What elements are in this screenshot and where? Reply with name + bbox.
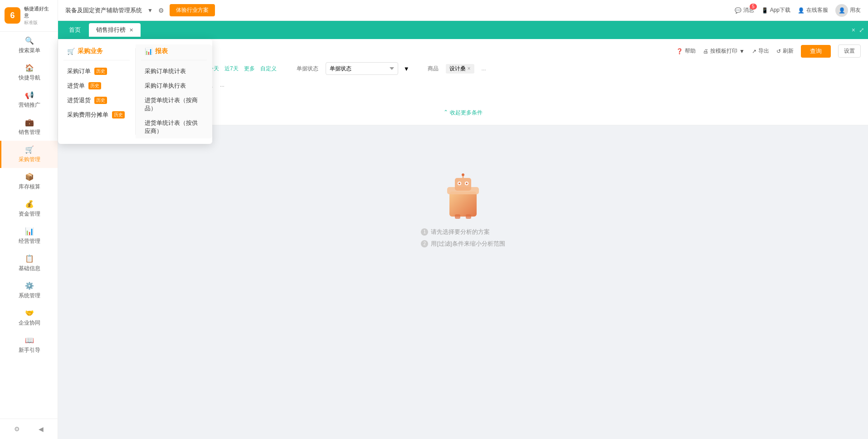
menu-item-purchase-order-exec[interactable]: 采购订单执行表 bbox=[141, 79, 207, 93]
tab-bar-right: × ⤢ bbox=[852, 26, 864, 34]
messages-btn[interactable]: 💬 消息 5 bbox=[735, 6, 754, 14]
sidebar-item-sales[interactable]: 💼 销售管理 bbox=[0, 113, 58, 141]
menu-columns: 🛒 采购业务 采购订单 历史 进货单 历史 进货退货 历史 采购费用分摊单 bbox=[58, 44, 212, 138]
tab-sales-rank[interactable]: 销售排行榜 ✕ bbox=[89, 23, 141, 37]
menu-item-expense[interactable]: 采购费用分摊单 历史 bbox=[63, 108, 130, 122]
sidebar-label-base-info: 基础信息 bbox=[19, 265, 40, 272]
sidebar-item-operations[interactable]: 📊 经营管理 bbox=[0, 222, 58, 250]
menu-col-report: 📊 报表 采购订单统计表 采购订单执行表 进货单统计表（按商品） 进货单统计表（… bbox=[136, 44, 213, 138]
sidebar-item-quick-nav[interactable]: 🏠 快捷导航 bbox=[0, 59, 58, 86]
sidebar-bottom: ⚙ ◀ bbox=[0, 419, 58, 439]
sidebar-nav: 🔍 搜索菜单 🏠 快捷导航 📢 营销推广 💼 销售管理 🛒 采购管理 📦 bbox=[0, 32, 58, 419]
query-button[interactable]: 查询 bbox=[801, 45, 831, 58]
sales-icon: 💼 bbox=[25, 118, 34, 127]
sidebar-label-guide: 新手引导 bbox=[19, 346, 40, 354]
purchase-icon: 🛒 bbox=[25, 145, 34, 154]
sidebar-logo: 6 畅捷通好生意 标准版 bbox=[0, 0, 58, 32]
refresh-btn[interactable]: ↺ 刷新 bbox=[776, 47, 794, 55]
date-shortcuts: 今天 近7天 更多 自定义 bbox=[206, 64, 278, 74]
export-btn[interactable]: ↗ 导出 bbox=[752, 47, 769, 55]
header-dropdown-btn[interactable]: ▼ bbox=[147, 7, 153, 14]
menu-report-title: 📊 报表 bbox=[141, 44, 207, 60]
svg-point-6 bbox=[458, 183, 460, 184]
sidebar-item-guide[interactable]: 📖 新手引导 bbox=[0, 331, 58, 359]
app-download-label: App下载 bbox=[770, 6, 790, 14]
shortcut-more[interactable]: 更多 bbox=[242, 64, 257, 74]
industry-button[interactable]: 体验行业方案 bbox=[170, 4, 215, 16]
system-icon: ⚙️ bbox=[25, 281, 34, 290]
sidebar-label-operations: 经营管理 bbox=[19, 237, 40, 245]
export-label: 导出 bbox=[758, 47, 769, 55]
history-badge-4: 历史 bbox=[112, 111, 125, 118]
sidebar-item-finance[interactable]: 💰 资金管理 bbox=[0, 195, 58, 222]
menu-item-purchase-order-stat[interactable]: 采购订单统计表 bbox=[141, 64, 207, 79]
dropdown-menu: 🛒 采购业务 采购订单 历史 进货单 历史 进货退货 历史 采购费用分摊单 bbox=[58, 39, 212, 144]
goods-more[interactable]: ... bbox=[482, 65, 486, 72]
help-btn[interactable]: ❓ 帮助 bbox=[676, 47, 696, 55]
avatar: 👤 bbox=[835, 4, 848, 17]
menu-item-label-purchase-order-stat: 采购订单统计表 bbox=[145, 67, 186, 75]
hint-text-1: 请先选择要分析的方案 bbox=[431, 226, 490, 238]
collapse-up-icon: ⌃ bbox=[444, 109, 448, 117]
logo-icon: 6 bbox=[5, 7, 20, 24]
history-badge-3: 历史 bbox=[94, 97, 107, 104]
sidebar-item-search[interactable]: 🔍 搜索菜单 bbox=[0, 32, 58, 59]
tab-close-btn[interactable]: ✕ bbox=[129, 27, 133, 33]
menu-item-incoming-stat-supplier[interactable]: 进货单统计表（按供应商） bbox=[141, 116, 207, 138]
menu-item-label-expense: 采购费用分摊单 bbox=[67, 111, 108, 119]
tab-bar: 首页 销售排行榜 ✕ × ⤢ bbox=[58, 21, 868, 39]
header-settings-icon[interactable]: ⚙ bbox=[158, 7, 164, 14]
menu-item-incoming[interactable]: 进货单 历史 bbox=[63, 79, 130, 93]
settings-button[interactable]: 设置 bbox=[838, 44, 861, 58]
online-service-btn[interactable]: 👤 在线客服 bbox=[798, 6, 828, 14]
goods-tag-close[interactable]: × bbox=[468, 65, 471, 72]
shortcut-7days[interactable]: 近7天 bbox=[223, 64, 240, 74]
sidebar-collapse-btn[interactable]: ◀ bbox=[37, 424, 45, 434]
menu-item-label-incoming: 进货单 bbox=[67, 82, 85, 90]
sidebar-label-enterprise: 企业协同 bbox=[19, 319, 40, 327]
service-icon: 👤 bbox=[798, 7, 805, 14]
svg-rect-10 bbox=[455, 214, 460, 219]
sidebar-item-base-info[interactable]: 📋 基础信息 bbox=[0, 250, 58, 277]
empty-state: 1 请先选择要分析的方案 2 用[过滤]条件来缩小分析范围 bbox=[58, 125, 868, 298]
avatar-icon: 👤 bbox=[839, 7, 845, 14]
svg-rect-1 bbox=[449, 192, 477, 217]
sidebar-label-finance: 资金管理 bbox=[19, 210, 40, 218]
tab-sales-rank-label: 销售排行榜 bbox=[96, 26, 126, 34]
sidebar-label-sales: 销售管理 bbox=[19, 128, 40, 136]
sidebar-settings-btn[interactable]: ⚙ bbox=[12, 424, 22, 434]
svg-point-7 bbox=[466, 183, 468, 184]
salesman-more[interactable]: ... bbox=[220, 82, 224, 88]
help-icon: ❓ bbox=[676, 48, 683, 54]
user-btn[interactable]: 👤 用友 bbox=[835, 4, 861, 17]
hint-text-2: 用[过滤]条件来缩小分析范围 bbox=[431, 238, 505, 250]
menu-item-label-purchase-order-exec: 采购订单执行表 bbox=[145, 82, 186, 90]
sidebar-label-marketing: 营销推广 bbox=[19, 101, 40, 109]
status-select[interactable]: 单据状态 bbox=[326, 62, 398, 75]
tab-home[interactable]: 首页 bbox=[62, 23, 88, 37]
hint-num-1: 1 bbox=[421, 228, 428, 236]
logo-main-text: 畅捷通好生意 bbox=[24, 5, 53, 20]
print-btn[interactable]: 🖨 按模板打印 ▼ bbox=[703, 47, 745, 55]
sidebar-item-marketing[interactable]: 📢 营销推广 bbox=[0, 86, 58, 113]
guide-icon: 📖 bbox=[25, 336, 34, 345]
tab-close-icon[interactable]: × bbox=[852, 26, 855, 34]
logo-badge: 标准版 bbox=[24, 20, 53, 26]
menu-report-icon: 📊 bbox=[145, 48, 152, 55]
print-icon: 🖨 bbox=[703, 48, 708, 54]
print-dropdown-icon: ▼ bbox=[739, 48, 745, 54]
menu-item-return[interactable]: 进货退货 历史 bbox=[63, 93, 130, 108]
sidebar-item-enterprise[interactable]: 🤝 企业协同 bbox=[0, 304, 58, 331]
sidebar-item-inventory[interactable]: 📦 库存核算 bbox=[0, 168, 58, 195]
history-badge-2: 历史 bbox=[88, 82, 101, 89]
sidebar: 6 畅捷通好生意 标准版 🔍 搜索菜单 🏠 快捷导航 📢 营销推广 💼 bbox=[0, 0, 58, 439]
app-download-btn[interactable]: 📱 App下载 bbox=[761, 6, 790, 14]
menu-item-purchase-order[interactable]: 采购订单 历史 bbox=[63, 64, 130, 79]
user-label: 用友 bbox=[850, 6, 861, 14]
sidebar-item-system[interactable]: ⚙️ 系统管理 bbox=[0, 277, 58, 304]
tab-expand-icon[interactable]: ⤢ bbox=[859, 26, 864, 34]
sidebar-item-purchase[interactable]: 🛒 采购管理 bbox=[0, 141, 58, 168]
collapse-label: 收起更多条件 bbox=[450, 109, 483, 117]
menu-item-incoming-stat-goods[interactable]: 进货单统计表（按商品） bbox=[141, 93, 207, 116]
shortcut-custom[interactable]: 自定义 bbox=[258, 64, 278, 74]
